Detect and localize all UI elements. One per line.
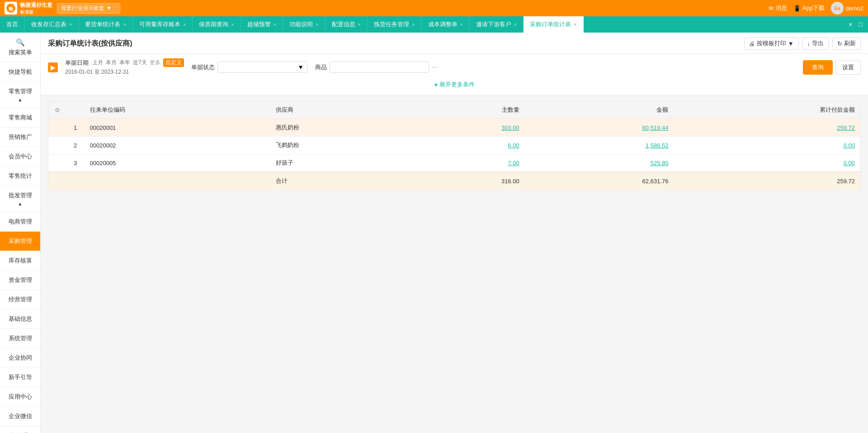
enterprise-wechat-label: 企业微信 <box>9 412 32 420</box>
close-icon[interactable]: × <box>69 22 72 27</box>
row-amount[interactable]: 1,586.52 <box>525 137 674 154</box>
close-icon[interactable]: × <box>183 22 186 27</box>
export-button[interactable]: ↓ 导出 <box>802 37 829 50</box>
template-print-button[interactable]: 🖨 按模板打印 ▼ <box>744 37 799 50</box>
sidebar-item-retail-stats[interactable]: 零售统计 <box>0 167 40 186</box>
sidebar-item-app-center[interactable]: 应用中心 <box>0 387 40 407</box>
footer-label: 合计 <box>270 172 409 190</box>
user-avatar-area[interactable]: Ea demo2 <box>831 2 863 14</box>
message-icon: ✉ <box>769 5 774 12</box>
sidebar-item-fund-mgmt[interactable]: 资金管理 <box>0 271 40 290</box>
sidebar-item-operations-mgmt[interactable]: 经营管理 <box>0 290 40 309</box>
tab-required-goods[interactable]: 要货单统计表 × <box>79 16 132 33</box>
dropdown-icon: ▼ <box>788 40 794 47</box>
tab-pick-task[interactable]: 拣货任务管理 × <box>368 16 421 33</box>
tab-cost-adjust[interactable]: 成本调整单 × <box>422 16 470 33</box>
table-row: 1 00020001 惠氏奶粉 303.00 60,519.44 259.72 <box>48 119 861 137</box>
goods-input[interactable] <box>330 62 429 73</box>
tab-label: 配置信息 <box>332 20 355 29</box>
close-icon[interactable]: × <box>316 22 318 27</box>
tab-purchase-summary[interactable]: 采购订单统计表 × <box>524 16 583 33</box>
sidebar-item-system-mgmt[interactable]: 系统管理 <box>0 329 40 348</box>
close-icon[interactable]: × <box>514 22 517 27</box>
expand-more-btn[interactable]: ▾ 展开更多条件 <box>48 79 861 90</box>
sidebar-item-basic-info[interactable]: 基础信息 <box>0 309 40 329</box>
shortcut-more[interactable]: 更多 <box>150 59 160 67</box>
tab-label: 收发存汇总表 <box>31 20 66 29</box>
row-amount[interactable]: 60,519.44 <box>525 119 674 137</box>
stock-check-label: 库存核算 <box>9 257 32 265</box>
shortcut-7days[interactable]: 近7天 <box>133 59 147 67</box>
operations-mgmt-label: 经营管理 <box>9 295 32 304</box>
sidebar-item-retail-mgmt[interactable]: 零售管理 ▲ <box>0 82 40 108</box>
sidebar-item-stock-check[interactable]: 库存核算 <box>0 251 40 271</box>
settings-button[interactable]: 设置 <box>835 60 861 75</box>
close-icon[interactable]: × <box>412 22 415 27</box>
row-supplier: 惠氏奶粉 <box>270 119 409 137</box>
close-icon[interactable]: × <box>460 22 463 27</box>
tab-invite-downstream[interactable]: 邀请下游客户 × <box>470 16 524 33</box>
retail-mall-label: 零售商城 <box>9 114 32 122</box>
purchase-mgmt-label: 采购管理 <box>9 237 32 245</box>
member-center-label: 会员中心 <box>9 152 32 161</box>
status-select[interactable]: ▼ <box>217 62 308 73</box>
marketing-label: 营销推广 <box>9 133 32 141</box>
close-icon[interactable]: × <box>123 22 126 27</box>
close-all-tabs-btn[interactable]: × <box>846 19 855 30</box>
sidebar-item-enterprise-wechat[interactable]: 企业微信 <box>0 407 40 426</box>
sidebar-item-new-guide[interactable]: 新手引导 <box>0 368 40 387</box>
app-download-btn[interactable]: 📱 App下载 <box>793 4 825 12</box>
close-icon[interactable]: × <box>358 22 361 27</box>
tab-overstock-warning[interactable]: 超储预警 × <box>241 16 283 33</box>
col-qty: 主数量 <box>409 101 525 119</box>
sidebar-item-wholesale-mgmt[interactable]: 批发管理 ▲ <box>0 186 40 212</box>
date-range-display: 2016-01-01 至 2023-12-31 <box>65 68 184 76</box>
tab-label: 功能说明 <box>289 20 313 29</box>
row-qty[interactable]: 6.00 <box>409 137 525 154</box>
tab-label: 超储预警 <box>247 20 271 29</box>
tab-config-info[interactable]: 配置信息 × <box>326 16 368 33</box>
top-right: ✉ 消息 📱 App下载 Ea demo2 <box>769 2 863 14</box>
tab-receive-summary[interactable]: 收发存汇总表 × <box>25 16 79 33</box>
close-icon[interactable]: × <box>574 22 576 27</box>
restore-window-btn[interactable]: □ <box>856 19 865 30</box>
sidebar-item-member[interactable]: 畅会员 <box>0 426 40 433</box>
sidebar-item-quick-nav[interactable]: 快捷导航 <box>0 62 40 82</box>
row-paid-amount[interactable]: 0.00 <box>674 137 860 154</box>
row-amount[interactable]: 525.80 <box>525 154 674 172</box>
shortcut-last-month[interactable]: 上月 <box>92 59 103 67</box>
close-icon[interactable]: × <box>231 22 234 27</box>
workspace-selector[interactable]: 母婴行业演示账套 ▼ <box>57 3 120 14</box>
sidebar-label: 搜索英单 <box>9 48 32 57</box>
row-qty[interactable]: 7.00 <box>409 154 525 172</box>
tab-home[interactable]: 首页 <box>0 16 25 33</box>
sidebar-item-marketing[interactable]: 营销推广 <box>0 128 40 147</box>
row-paid-amount[interactable]: 0.00 <box>674 154 860 172</box>
shortcut-this-month[interactable]: 本月 <box>106 59 117 67</box>
sidebar-item-ecommerce-mgmt[interactable]: 电商管理 <box>0 212 40 232</box>
col-amount: 金额 <box>525 101 674 119</box>
tab-function-desc[interactable]: 功能说明 × <box>283 16 325 33</box>
row-paid-amount[interactable]: 259.72 <box>674 119 860 137</box>
row-qty[interactable]: 303.00 <box>409 119 525 137</box>
tab-label: 邀请下游客户 <box>476 20 511 29</box>
refresh-button[interactable]: ↻ 刷新 <box>832 37 861 50</box>
close-icon[interactable]: × <box>274 22 276 27</box>
tab-expiry-check[interactable]: 保质期查询 × <box>193 16 241 33</box>
page-header: 采购订单统计表(按供应商) 🖨 按模板打印 ▼ ↓ 导出 ↻ 刷新 <box>41 33 868 54</box>
sidebar-item-member-center[interactable]: 会员中心 <box>0 147 40 167</box>
settings-icon[interactable]: ⚙ <box>55 107 60 114</box>
filter-toggle-btn[interactable]: ▶ <box>48 62 58 72</box>
sidebar-item-retail-mall[interactable]: 零售商城 <box>0 108 40 128</box>
tab-available-stock[interactable]: 可用量库存账本 × <box>133 16 193 33</box>
sidebar-item-enterprise-collab[interactable]: 企业协同 <box>0 348 40 368</box>
sidebar-item-purchase-mgmt[interactable]: 采购管理 <box>0 232 40 251</box>
shortcut-this-year[interactable]: 本年 <box>119 59 130 67</box>
table-body: 1 00020001 惠氏奶粉 303.00 60,519.44 259.72 … <box>48 119 861 172</box>
more-options-icon[interactable]: ··· <box>432 63 438 71</box>
query-button[interactable]: 查询 <box>803 60 833 75</box>
sidebar-item-search[interactable]: 🔍 搜索英单 <box>0 33 40 62</box>
enterprise-collab-label: 企业协同 <box>9 354 32 362</box>
message-btn[interactable]: ✉ 消息 <box>769 4 787 12</box>
expand-icon: ▾ <box>434 81 438 88</box>
